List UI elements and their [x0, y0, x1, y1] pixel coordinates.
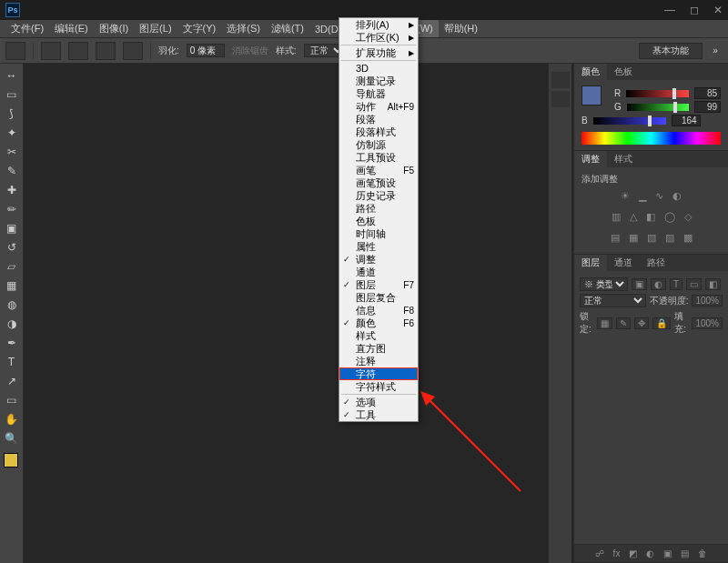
- window-menu-item[interactable]: 段落: [339, 113, 418, 126]
- menu-filter[interactable]: 滤镜(T): [266, 20, 309, 37]
- window-menu-item[interactable]: ✓颜色F6: [339, 317, 418, 329]
- lock-position-icon[interactable]: ✥: [634, 317, 649, 329]
- window-menu-item[interactable]: 直方图: [339, 342, 418, 355]
- window-menu-item[interactable]: 仿制源: [339, 138, 418, 151]
- menu-select[interactable]: 选择(S): [221, 20, 266, 37]
- feather-input[interactable]: [187, 44, 225, 57]
- window-menu-item[interactable]: ✓图层F7: [339, 278, 418, 291]
- brush-tool[interactable]: ✏: [2, 200, 22, 218]
- tool-preset-icon[interactable]: [5, 42, 25, 60]
- window-menu-item[interactable]: 导航器: [339, 87, 418, 100]
- filter-pixel-icon[interactable]: ▣: [632, 278, 647, 290]
- tab-channels[interactable]: 通道: [607, 255, 640, 271]
- exposure-icon[interactable]: ◐: [672, 190, 682, 202]
- eyedropper-tool[interactable]: ✎: [2, 162, 22, 180]
- lock-transparency-icon[interactable]: ▦: [597, 317, 612, 329]
- window-menu-item[interactable]: 属性: [339, 240, 418, 253]
- gradient-tool[interactable]: ▦: [2, 276, 22, 295]
- move-tool[interactable]: ↔: [2, 66, 22, 85]
- window-menu-item[interactable]: 信息F8: [339, 304, 418, 317]
- layer-mask-icon[interactable]: ◩: [629, 548, 637, 558]
- canvas-area[interactable]: [24, 64, 573, 563]
- posterize-icon[interactable]: ▦: [629, 232, 638, 244]
- selection-mode-add-icon[interactable]: [68, 42, 88, 60]
- new-group-icon[interactable]: ▣: [663, 548, 672, 558]
- window-menu-item[interactable]: 时间轴: [339, 227, 418, 240]
- window-menu-item[interactable]: 段落样式: [339, 126, 418, 138]
- blend-mode-select[interactable]: 正常: [580, 294, 646, 307]
- window-menu-item[interactable]: 动作Alt+F9: [339, 100, 418, 113]
- delete-layer-icon[interactable]: 🗑: [698, 548, 707, 558]
- levels-icon[interactable]: ▁: [639, 190, 646, 202]
- menu-file[interactable]: 文件(F): [5, 20, 49, 37]
- maximize-button[interactable]: ◻: [690, 4, 699, 16]
- window-menu-item[interactable]: 排列(A)▶: [339, 18, 418, 31]
- window-menu-item[interactable]: 工作区(K)▶: [339, 31, 418, 44]
- layer-list[interactable]: [574, 342, 728, 544]
- menu-edit[interactable]: 编辑(E): [49, 20, 94, 37]
- path-tool[interactable]: ↗: [2, 372, 22, 390]
- tab-layers[interactable]: 图层: [574, 255, 607, 271]
- spectrum-ramp[interactable]: [581, 132, 721, 145]
- filter-shape-icon[interactable]: ▭: [686, 278, 702, 290]
- history-brush-tool[interactable]: ↺: [2, 238, 22, 256]
- selection-mode-new-icon[interactable]: [41, 42, 61, 60]
- window-menu-item[interactable]: 测量记录: [339, 75, 418, 87]
- gradient-map-icon[interactable]: ▨: [665, 232, 674, 244]
- window-menu-item[interactable]: 画笔预设: [339, 176, 418, 189]
- window-menu-item[interactable]: 样式: [339, 329, 418, 342]
- window-menu-item[interactable]: ✓工具: [339, 408, 418, 421]
- fill-value[interactable]: 100%: [692, 317, 723, 329]
- selection-mode-subtract-icon[interactable]: [96, 42, 116, 60]
- window-menu-item[interactable]: 字符: [339, 367, 418, 380]
- link-layers-icon[interactable]: ☍: [595, 548, 604, 558]
- eraser-tool[interactable]: ▱: [2, 257, 22, 276]
- menu-layer[interactable]: 图层(L): [134, 20, 177, 37]
- wand-tool[interactable]: ✦: [2, 124, 22, 142]
- tab-swatches[interactable]: 色板: [607, 64, 640, 80]
- stamp-tool[interactable]: ▣: [2, 219, 22, 237]
- g-slider[interactable]: [627, 104, 690, 111]
- r-slider[interactable]: [626, 90, 689, 97]
- selection-mode-intersect-icon[interactable]: [123, 42, 143, 60]
- lasso-tool[interactable]: ⟆: [2, 105, 22, 123]
- workspace-switcher[interactable]: 基本功能: [639, 43, 703, 59]
- window-menu-item[interactable]: 路径: [339, 202, 418, 215]
- selective-color-icon[interactable]: ▩: [683, 232, 693, 244]
- brightness-icon[interactable]: ☀: [621, 190, 630, 202]
- opacity-value[interactable]: 100%: [692, 295, 723, 307]
- lock-pixels-icon[interactable]: ✎: [616, 317, 631, 329]
- heal-tool[interactable]: ✚: [2, 181, 22, 199]
- threshold-icon[interactable]: ▧: [647, 232, 656, 244]
- shape-tool[interactable]: ▭: [2, 391, 22, 409]
- r-value[interactable]: 85: [694, 87, 721, 99]
- marquee-tool[interactable]: ▭: [2, 85, 22, 104]
- blur-tool[interactable]: ◍: [2, 296, 22, 314]
- menu-text[interactable]: 文字(Y): [177, 20, 222, 37]
- window-menu-item[interactable]: 注释: [339, 355, 418, 367]
- tab-paths[interactable]: 路径: [640, 255, 672, 271]
- zoom-tool[interactable]: 🔍: [2, 429, 22, 447]
- filter-adj-icon[interactable]: ◐: [651, 278, 666, 290]
- photo-filter-icon[interactable]: ◯: [664, 211, 675, 223]
- window-menu-item[interactable]: 3D: [339, 62, 418, 75]
- window-menu-item[interactable]: 扩展功能▶: [339, 46, 418, 59]
- lock-all-icon[interactable]: 🔒: [652, 317, 671, 329]
- window-menu-item[interactable]: 通道: [339, 266, 418, 278]
- layer-filter-kind[interactable]: ※ 类型: [580, 277, 628, 291]
- dodge-tool[interactable]: ◑: [2, 315, 22, 333]
- filter-type-icon[interactable]: T: [670, 278, 682, 290]
- expand-icon[interactable]: »: [708, 45, 723, 55]
- color-preview-swatch[interactable]: [581, 85, 607, 111]
- tab-adjustments[interactable]: 调整: [574, 151, 607, 167]
- collapsed-panel-icon[interactable]: [551, 91, 570, 107]
- tab-styles[interactable]: 样式: [607, 151, 640, 167]
- crop-tool[interactable]: ✂: [2, 143, 22, 161]
- minimize-button[interactable]: —: [664, 4, 675, 16]
- menu-help[interactable]: 帮助(H): [439, 20, 483, 37]
- vibrance-icon[interactable]: ▥: [612, 211, 621, 223]
- channel-mixer-icon[interactable]: ◇: [684, 211, 692, 223]
- filter-smart-icon[interactable]: ◧: [705, 278, 721, 290]
- window-menu-item[interactable]: ✓选项: [339, 396, 418, 408]
- b-slider[interactable]: [593, 117, 666, 125]
